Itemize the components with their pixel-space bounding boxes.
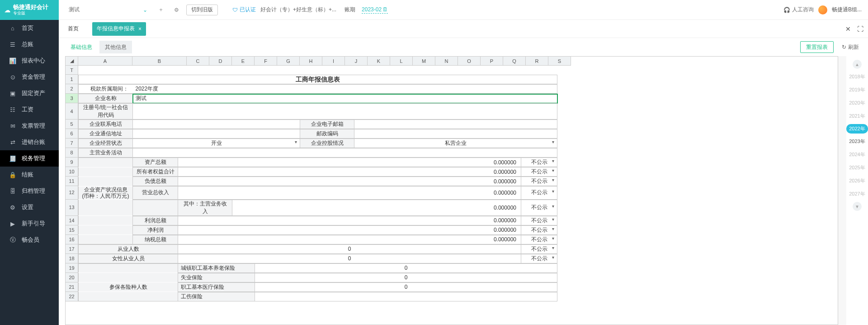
select-all-corner[interactable]: ◢ (66, 57, 78, 66)
dd-total-liab[interactable]: 不公示 (521, 177, 557, 186)
nav-invoice[interactable]: ✉发票管理 (0, 118, 59, 134)
row-7[interactable]: 7 (66, 139, 78, 148)
row-1[interactable]: 1 (66, 75, 78, 84)
cell-owner-equity[interactable]: 0.000000 (178, 167, 521, 177)
dd-female-emp[interactable]: 不公示 (521, 254, 557, 263)
row-12[interactable]: 12 (66, 186, 78, 200)
row-6[interactable]: 6 (66, 129, 78, 139)
year-2019[interactable]: 2019年 (849, 85, 865, 95)
subtab-basic[interactable]: 基础信息 (65, 41, 98, 53)
row-11[interactable]: 11 (66, 177, 78, 186)
company-settings-button[interactable]: ⚙ (171, 5, 182, 15)
cell-postcode[interactable] (354, 129, 557, 139)
cell-total-liab[interactable]: 0.000000 (178, 177, 521, 186)
spreadsheet[interactable]: ◢ A B C D E F G H I J K L M N O P Q R S (65, 56, 838, 325)
reset-report-button[interactable]: 重置报表 (800, 41, 834, 53)
nav-fixed-assets[interactable]: ▣固定资产 (0, 85, 59, 101)
row-9[interactable]: 9 (66, 158, 78, 167)
col-K[interactable]: K (368, 57, 390, 66)
nav-guide[interactable]: ▶新手引导 (0, 215, 59, 232)
row-13[interactable]: 13 (66, 200, 78, 216)
dd-total-tax[interactable]: 不公示 (521, 235, 557, 244)
dd-main-revenue[interactable]: 不公示 (521, 200, 557, 215)
period-select[interactable]: 2023-02 🗓 (362, 6, 388, 14)
cell-phone[interactable] (133, 120, 300, 129)
nav-ledger[interactable]: ☰总账 (0, 36, 59, 53)
avatar[interactable] (818, 5, 827, 14)
subtab-other[interactable]: 其他信息 (99, 41, 132, 53)
col-I[interactable]: I (322, 57, 345, 66)
nav-vip[interactable]: Ⓥ畅会员 (0, 232, 59, 248)
col-D[interactable]: D (209, 57, 232, 66)
row-10[interactable]: 10 (66, 167, 78, 177)
cell-ins-unemp[interactable]: 0 (255, 273, 557, 282)
cell-total-revenue[interactable]: 0.000000 (178, 186, 521, 200)
year-2024[interactable]: 2024年 (849, 149, 865, 160)
cell-email[interactable] (354, 120, 557, 129)
year-2018[interactable]: 2018年 (849, 72, 865, 82)
row-21[interactable]: 21 (66, 282, 78, 292)
row-14[interactable]: 14 (66, 216, 78, 225)
switch-old-button[interactable]: 切到旧版 (186, 5, 218, 15)
nav-archive[interactable]: 🗄归档管理 (0, 183, 59, 199)
row-2[interactable]: 2 (66, 84, 78, 94)
col-L[interactable]: L (390, 57, 413, 66)
col-M[interactable]: M (413, 57, 435, 66)
fullscreen-button[interactable]: ⛶ (857, 25, 863, 33)
cell-company-name[interactable]: 测试 (133, 94, 557, 103)
col-B[interactable]: B (132, 57, 187, 66)
year-up-button[interactable]: ▲ (853, 60, 862, 69)
cell-total-tax[interactable]: 0.000000 (178, 235, 521, 244)
dd-net-profit[interactable]: 不公示 (521, 225, 557, 234)
nav-settings[interactable]: ⚙设置 (0, 199, 59, 215)
col-N[interactable]: N (435, 57, 458, 66)
col-P[interactable]: P (481, 57, 503, 66)
row-16[interactable]: 16 (66, 235, 78, 244)
nav-salary[interactable]: ☷工资 (0, 101, 59, 118)
add-company-button[interactable]: ＋ (156, 5, 166, 15)
vertical-scrollbar[interactable] (838, 56, 846, 325)
col-A[interactable]: A (78, 57, 132, 66)
cell-ins-pension[interactable]: 0 (255, 263, 557, 272)
col-C[interactable]: C (187, 57, 209, 66)
tab-annual-report[interactable]: 年报信息申报表 × (92, 22, 146, 36)
close-icon[interactable]: × (138, 26, 142, 32)
cell-female-emp[interactable]: 0 (178, 254, 521, 263)
year-2023[interactable]: 2023年 (849, 136, 865, 147)
row-8[interactable]: 8 (66, 148, 78, 158)
year-2026[interactable]: 2026年 (849, 176, 865, 186)
cell-reg-no[interactable] (133, 104, 557, 119)
cell-holding[interactable]: 私营企业 (354, 139, 557, 148)
col-R[interactable]: R (526, 57, 548, 66)
cell-address[interactable] (133, 129, 300, 139)
nav-home[interactable]: ⌂首页 (0, 20, 59, 36)
year-2021[interactable]: 2021年 (849, 111, 865, 121)
cell-total-assets[interactable]: 0.000000 (178, 158, 521, 167)
dd-total-assets[interactable]: 不公示 (521, 158, 557, 167)
cell-main-biz[interactable] (133, 148, 557, 158)
col-J[interactable]: J (345, 57, 368, 66)
col-T[interactable]: T (66, 66, 78, 75)
row-17[interactable]: 17 (66, 244, 78, 254)
row-19[interactable]: 19 (66, 263, 78, 273)
cell-op-status[interactable]: 开业 (133, 139, 300, 148)
company-select[interactable]: 测试 ⌄ (65, 4, 151, 16)
dd-total-revenue[interactable]: 不公示 (521, 186, 557, 200)
year-2020[interactable]: 2020年 (849, 98, 865, 108)
row-20[interactable]: 20 (66, 273, 78, 282)
support-button[interactable]: 🎧 人工咨询 (783, 6, 814, 14)
col-H[interactable]: H (300, 57, 322, 66)
cell-main-revenue[interactable]: 0.000000 (232, 200, 521, 215)
row-5[interactable]: 5 (66, 119, 78, 129)
year-2027[interactable]: 2027年 (849, 189, 865, 199)
dd-employees[interactable]: 不公示 (521, 244, 557, 253)
col-S[interactable]: S (548, 57, 571, 66)
cell-net-profit[interactable]: 0.000000 (178, 225, 521, 234)
row-4[interactable]: 4 (66, 103, 78, 119)
nav-inventory[interactable]: ⇄进销台账 (0, 134, 59, 150)
nav-funds[interactable]: ⊙资金管理 (0, 69, 59, 85)
cell-employees[interactable]: 0 (178, 244, 521, 253)
cell-ins-injury[interactable] (255, 292, 557, 301)
nav-closing[interactable]: 🔒结账 (0, 167, 59, 183)
year-2025[interactable]: 2025年 (849, 162, 865, 173)
